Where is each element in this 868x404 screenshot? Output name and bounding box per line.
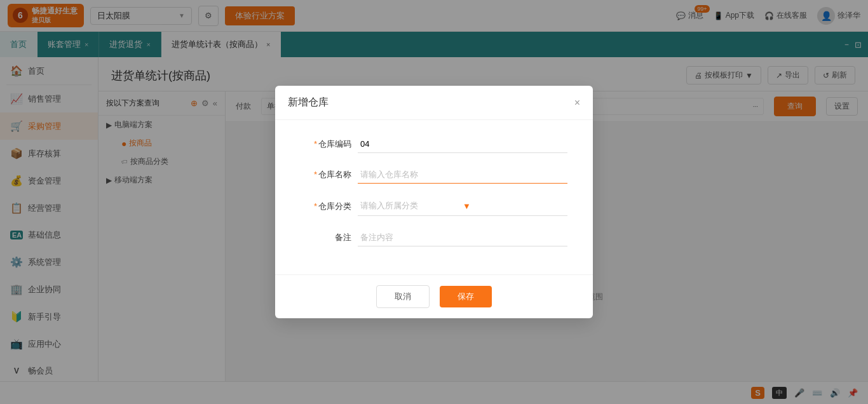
modal-body: 仓库编码 仓库名称 仓库分类 请输入所属分类 ▼ 备注 [275, 120, 593, 274]
warehouse-name-label: 仓库名称 [301, 169, 351, 180]
warehouse-category-row: 仓库分类 请输入所属分类 ▼ [301, 196, 567, 216]
modal-header: 新增仓库 × [275, 86, 593, 120]
warehouse-name-row: 仓库名称 [301, 166, 567, 184]
warehouse-remark-row: 备注 [301, 229, 567, 246]
warehouse-code-label: 仓库编码 [301, 138, 351, 150]
warehouse-name-input[interactable] [358, 166, 567, 184]
modal-close-button[interactable]: × [574, 97, 580, 109]
warehouse-remark-label: 备注 [301, 232, 351, 243]
save-button[interactable]: 保存 [440, 286, 492, 307]
warehouse-remark-input[interactable] [358, 229, 567, 246]
new-warehouse-modal: 新增仓库 × 仓库编码 仓库名称 仓库分类 请输入所属分类 ▼ [275, 86, 593, 318]
modal-overlay[interactable]: 新增仓库 × 仓库编码 仓库名称 仓库分类 请输入所属分类 ▼ [0, 0, 868, 404]
cancel-button[interactable]: 取消 [376, 285, 430, 308]
category-chevron-icon: ▼ [463, 201, 565, 211]
modal-title: 新增仓库 [288, 96, 329, 109]
modal-footer: 取消 保存 [275, 274, 593, 318]
warehouse-category-select[interactable]: 请输入所属分类 ▼ [358, 196, 567, 216]
category-placeholder: 请输入所属分类 [360, 200, 463, 212]
warehouse-code-row: 仓库编码 [301, 135, 567, 153]
warehouse-code-input[interactable] [358, 135, 567, 153]
warehouse-category-label: 仓库分类 [301, 201, 351, 212]
